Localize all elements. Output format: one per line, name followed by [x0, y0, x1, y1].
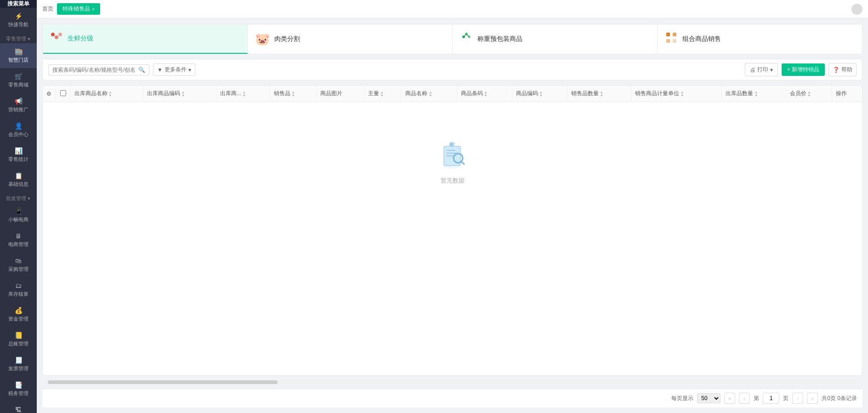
tab-scale-prepack[interactable]: 称重预包装商品 [453, 24, 658, 54]
print-button[interactable]: 🖨 打印 ▾ [745, 63, 778, 76]
sidebar-item-ledger[interactable]: 📒 总账管理 [0, 327, 37, 352]
sidebar-item-basic-info[interactable]: 📋 基础信息 [0, 167, 37, 192]
sidebar-section-retail[interactable]: 零售管理 ▼ [0, 33, 37, 43]
col-out-qty[interactable]: 出库品数量 ▲▼ [722, 86, 786, 102]
sidebar-item-fixed-assets[interactable]: 🏗 固定资产 [0, 402, 37, 413]
sort-icon: ▲▼ [243, 91, 246, 97]
svg-rect-15 [446, 150, 455, 151]
scale-icon [460, 31, 473, 47]
tab-fresh-grade[interactable]: 生鲜分级 [43, 24, 248, 54]
book-icon: 📒 [15, 332, 23, 339]
col-label: 商品条码 [461, 90, 483, 98]
search-box[interactable]: 🔍 [48, 64, 149, 75]
document-icon: 📑 [15, 381, 23, 389]
col-label: 商品图片 [320, 90, 342, 97]
search-input[interactable] [52, 67, 136, 73]
combo-sales-label: 组合商品销售 [682, 35, 721, 43]
user-icon: 👤 [15, 122, 23, 130]
chevron-down-icon: ▼ [27, 37, 31, 41]
page-input[interactable] [763, 393, 779, 404]
sidebar-item-retail-stats[interactable]: 📊 零售统计 [0, 143, 37, 167]
col-barcode[interactable]: 商品条码 ▲▼ [457, 86, 512, 102]
scroll-thumb[interactable] [48, 380, 278, 384]
col-product-name[interactable]: 商品名称 ▲▼ [402, 86, 457, 102]
close-tab-icon[interactable]: × [92, 6, 95, 12]
svg-rect-11 [673, 39, 676, 43]
col-out-spec[interactable]: 出库商... ▲▼ [216, 86, 270, 102]
add-button[interactable]: + 新增特销品 [782, 63, 825, 76]
col-out-name[interactable]: 出库商品名称 ▲▼ [70, 86, 143, 102]
meat-cut-label: 肉类分割 [274, 35, 300, 43]
sidebar-item-finance[interactable]: 💰 资金管理 [0, 302, 37, 327]
sidebar-item-label: 税务管理 [8, 390, 28, 397]
sidebar-item-member[interactable]: 👤 会员中心 [0, 118, 37, 143]
main-content: 首页 特殊销售品 × 生鲜分级 🐷 [37, 0, 868, 413]
filter-button[interactable]: ▼ 更多条件 ▾ [153, 63, 195, 76]
sidebar-item-purchase[interactable]: 🛍 采购管理 [0, 252, 37, 277]
last-page-button[interactable]: » [807, 393, 818, 404]
sort-icon: ▲▼ [539, 91, 543, 97]
select-all-checkbox[interactable] [60, 90, 66, 96]
col-operate: 操作 [832, 86, 862, 102]
horizontal-scrollbar[interactable] [48, 380, 857, 384]
sidebar-item-label: 电商管理 [8, 241, 28, 248]
sidebar-item-label: 采购管理 [8, 266, 28, 273]
prev-page-button[interactable]: ‹ [739, 393, 750, 404]
setting-icon: ⚙ [46, 91, 51, 97]
col-checkbox[interactable] [56, 86, 70, 102]
col-product-code[interactable]: 商品编码 ▲▼ [512, 86, 567, 102]
per-page-label: 每页显示 [671, 395, 693, 402]
col-setting[interactable]: ⚙ [43, 86, 56, 102]
next-page-button[interactable]: › [792, 393, 803, 404]
col-member-price[interactable]: 会员价 ▲▼ [786, 86, 832, 102]
col-label: 出库品数量 [726, 90, 753, 98]
col-out-code[interactable]: 出库商品编码 ▲▼ [143, 86, 216, 102]
toolbar-left: 🔍 ▼ 更多条件 ▾ [48, 63, 195, 76]
sidebar-item-label: 快捷导航 [8, 21, 28, 28]
col-label: 主量 [368, 90, 379, 98]
folder-icon: 🗂 [15, 282, 22, 289]
tab-meat-cut[interactable]: 🐷 肉类分割 [248, 24, 453, 54]
page-unit: 页 [783, 395, 789, 402]
avatar[interactable] [851, 4, 862, 15]
col-label: 销售品数量 [571, 90, 599, 98]
total-text: 共0页 0条记录 [822, 395, 857, 402]
help-button[interactable]: ❓ 帮助 [828, 63, 857, 76]
home-tab[interactable]: 首页 [42, 5, 53, 13]
svg-line-7 [466, 34, 469, 37]
sort-icon: ▲▼ [182, 91, 185, 97]
first-page-button[interactable]: « [724, 393, 735, 404]
col-main-weight[interactable]: 主量 ▲▼ [364, 86, 402, 102]
sidebar-item-inventory[interactable]: 🗂 库存核算 [0, 277, 37, 302]
col-sale-unit[interactable]: 销售商品计量单位 ▲▼ [631, 86, 722, 102]
svg-rect-17 [446, 155, 454, 156]
sidebar-item-invoice[interactable]: 🧾 发票管理 [0, 352, 37, 377]
sort-icon: ▲▼ [484, 91, 488, 97]
sidebar-item-label: 小畅电商 [8, 216, 28, 223]
empty-text: 暂无数据 [441, 177, 465, 185]
svg-rect-8 [666, 33, 670, 36]
col-label: 销售品 [274, 90, 290, 98]
sidebar-item-ecom-mgmt[interactable]: 🖥 电商管理 [0, 228, 37, 252]
sidebar-item-mini-ecom[interactable]: 📱 小畅电商 [0, 203, 37, 228]
col-sale-item[interactable]: 销售品 ▲▼ [270, 86, 316, 102]
sidebar-item-label: 库存核算 [8, 291, 28, 298]
sidebar-item-tax[interactable]: 📑 税务管理 [0, 377, 37, 402]
sidebar-item-quick-nav[interactable]: ⚡ 快捷导航 [0, 8, 37, 33]
per-page-select[interactable]: 50 10 20 100 [697, 393, 720, 403]
flash-icon: ⚡ [15, 12, 23, 20]
col-sale-qty[interactable]: 销售品数量 ▲▼ [567, 86, 631, 102]
data-table: ⚙ 出库商品名称 ▲▼ 出库 [42, 85, 862, 376]
sidebar-item-marketing[interactable]: 📢 营销推广 [0, 93, 37, 118]
sidebar-item-retail-mall[interactable]: 🛒 零售商城 [0, 68, 37, 93]
active-tab[interactable]: 特殊销售品 × [57, 3, 100, 15]
sidebar-section-wholesale[interactable]: 批发管理 ▼ [0, 192, 37, 203]
sidebar-item-smart-store[interactable]: 🏬 智慧门店 [0, 43, 37, 68]
tab-combo-sales[interactable]: 组合商品销售 [658, 24, 862, 54]
sidebar-logo[interactable]: 搜索菜单 [0, 0, 37, 8]
help-label: 帮助 [841, 66, 852, 74]
building-icon: 🏗 [15, 406, 22, 413]
sidebar-item-label: 资金管理 [8, 315, 28, 322]
empty-state: 暂无数据 [43, 102, 862, 222]
filter-icon: ▼ [157, 67, 163, 73]
